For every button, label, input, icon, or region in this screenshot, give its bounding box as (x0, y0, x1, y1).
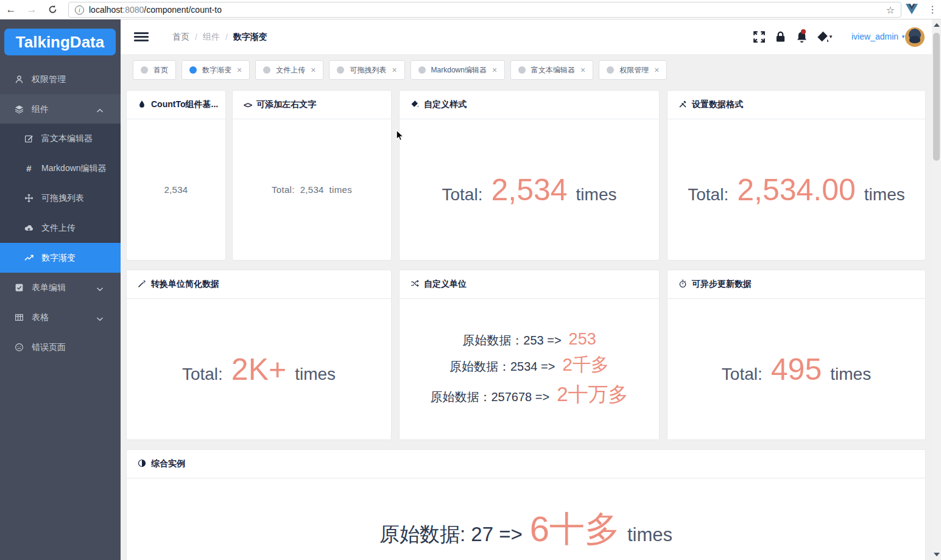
user-menu[interactable]: iview_admin▼ (851, 32, 906, 41)
sidebar-item-file-upload[interactable]: 文件上传 (0, 213, 121, 243)
tab-file-upload[interactable]: 文件上传× (255, 60, 323, 80)
sidebar: TalkingData 权限管理 组件 富文本编辑器 # (0, 19, 121, 560)
sidebar-item-draggable-list[interactable]: 可拖拽列表 (0, 183, 121, 213)
scrollbar-thumb[interactable] (933, 33, 940, 161)
sidebar-item-error-pages[interactable]: 错误页面 (0, 332, 121, 362)
tab-draggable-list[interactable]: 可拖拽列表× (329, 60, 404, 80)
close-icon[interactable]: × (580, 66, 585, 74)
sidebar-item-rich-text-editor[interactable]: 富文本编辑器 (0, 124, 121, 153)
theme-caret-icon[interactable]: ▼ (828, 34, 833, 40)
close-icon[interactable]: × (654, 66, 659, 74)
tab-dot-icon (141, 66, 148, 74)
move-arrows-icon (24, 194, 33, 203)
card-combined-example: 综合实例 原始数据: 27 =>6十多times (126, 449, 926, 560)
user-icon (15, 75, 24, 84)
notification-badge (801, 29, 806, 34)
breadcrumb-separator: / (195, 32, 197, 42)
theme-bucket-icon[interactable] (816, 30, 829, 46)
unit-row: 原始数据：253 =>253 (462, 330, 596, 349)
fullscreen-icon[interactable] (753, 30, 766, 46)
count-line: Total:495times (722, 352, 871, 387)
count-value: 2,534 (164, 184, 188, 195)
bookmark-star-icon[interactable]: ☆ (886, 4, 895, 16)
close-icon[interactable]: × (492, 66, 497, 74)
breadcrumb-current: 数字渐变 (233, 32, 267, 43)
tab-label: Markdown编辑器 (431, 65, 487, 75)
tab-rich-text-editor[interactable]: 富文本编辑器× (510, 60, 593, 80)
sidebar-item-components[interactable]: 组件 (0, 94, 121, 124)
tab-permissions[interactable]: 权限管理× (599, 60, 667, 80)
tab-dot-icon (337, 66, 344, 74)
lock-icon[interactable] (774, 30, 787, 46)
trending-up-icon (24, 253, 33, 262)
sidebar-item-label: 表格 (32, 312, 49, 323)
scrollbar-up-icon[interactable] (934, 23, 940, 27)
card-title: 自定义单位 (400, 270, 659, 299)
card-title: 转换单位简化数据 (127, 270, 391, 299)
stopwatch-icon (678, 279, 687, 290)
tab-home[interactable]: 首页 (133, 60, 176, 80)
tab-markdown-editor[interactable]: Markdown编辑器× (411, 60, 506, 80)
layers-icon (15, 105, 24, 114)
sad-face-icon (15, 343, 24, 352)
close-icon[interactable]: × (311, 66, 315, 74)
sidebar-item-form-editor[interactable]: 表单编辑 (0, 273, 121, 303)
sidebar-item-markdown-editor[interactable]: # Markdown编辑器 (0, 153, 121, 183)
sidebar-item-label: Markdown编辑器 (41, 163, 107, 174)
close-icon[interactable]: × (392, 66, 396, 74)
scrollbar[interactable] (932, 19, 941, 560)
card-countto-basic: CountTo组件基... 2,534 (126, 90, 226, 261)
card-title: <> 可添加左右文字 (233, 91, 391, 119)
card-number-format: 设置数据格式 Total:2,534.00times (667, 90, 926, 261)
unit-row: 原始数据：2534 =>2千多 (449, 352, 609, 377)
card-title: 可异步更新数据 (668, 270, 925, 299)
sidebar-item-label: 富文本编辑器 (41, 133, 93, 144)
url-text: localhost:8080/component/count-to (89, 5, 222, 15)
tab-label: 富文本编辑器 (531, 65, 575, 75)
tab-dot-icon (418, 66, 426, 74)
vue-devtools-icon[interactable] (906, 4, 918, 17)
browser-back-icon[interactable]: ← (4, 2, 18, 17)
tab-dot-icon (263, 66, 270, 74)
chevron-down-icon (96, 313, 104, 323)
breadcrumb-separator: / (225, 32, 228, 42)
tab-dot-icon (518, 66, 526, 74)
avatar[interactable] (905, 27, 925, 47)
card-title: 自定义样式 (400, 91, 659, 119)
card-custom-style: 自定义样式 Total:2,534times (399, 90, 660, 261)
sidebar-item-label: 表单编辑 (32, 282, 66, 293)
chevron-down-icon (96, 284, 104, 293)
sidebar-toggle-button[interactable] (134, 30, 149, 43)
sidebar-item-count-to[interactable]: 数字渐变 (0, 243, 121, 273)
chevron-up-icon (96, 105, 104, 115)
scrollbar-down-icon[interactable] (934, 553, 940, 556)
edit-square-icon (24, 134, 33, 143)
page-info-icon[interactable]: i (75, 5, 84, 15)
browser-menu-icon[interactable]: ⋮ (928, 2, 937, 17)
table-icon (15, 313, 24, 322)
tab-count-to[interactable]: 数字渐变× (182, 60, 250, 80)
card-unit-simplify: 转换单位简化数据 Total:2K+times (126, 270, 392, 440)
browser-refresh-icon[interactable] (48, 4, 58, 17)
sidebar-item-tables[interactable]: 表格 (0, 303, 121, 332)
breadcrumb-home[interactable]: 首页 (172, 32, 189, 43)
breadcrumb-section[interactable]: 组件 (203, 32, 220, 43)
card-title: CountTo组件基... (127, 91, 225, 119)
app-logo[interactable]: TalkingData (4, 29, 116, 55)
shuffle-icon (411, 279, 419, 290)
tools-icon (678, 100, 687, 110)
top-header: 首页 / 组件 / 数字渐变 ▼ iview_admin▼ (121, 19, 941, 54)
count-line: Total:2K+times (182, 352, 336, 387)
tab-dot-icon (189, 66, 197, 74)
sidebar-item-permissions[interactable]: 权限管理 (0, 65, 121, 94)
browser-forward-icon[interactable]: → (24, 2, 39, 17)
count-line: 原始数据: 27 =>6十多times (127, 506, 925, 553)
cloud-upload-icon (24, 223, 33, 233)
tab-label: 首页 (153, 65, 168, 75)
breadcrumb: 首页 / 组件 / 数字渐变 (172, 19, 267, 54)
tab-label: 可拖拽列表 (350, 65, 386, 75)
address-bar[interactable]: i localhost:8080/component/count-to ☆ (68, 2, 901, 18)
close-icon[interactable]: × (237, 66, 242, 74)
hash-icon: # (24, 164, 33, 173)
count-line: Total:2,534times (442, 172, 617, 208)
